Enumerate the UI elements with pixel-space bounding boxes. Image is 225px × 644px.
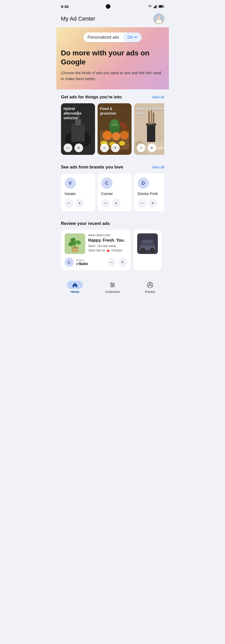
ads-for-you-section: Get ads for things you're into View all … (56, 89, 169, 159)
food-card-actions: − + (100, 143, 120, 152)
cbalm-seen-last: Seen last on: ▶ Youtube (88, 248, 127, 252)
brands-section-title: See ads from brands you love (61, 165, 123, 170)
cbalm-brand-info: C Brand c'Balm (65, 258, 88, 267)
recent-ads-title: Review your recent ads (61, 221, 164, 226)
nav-label-privacy: Privacy (145, 290, 155, 294)
ads-view-all[interactable]: View all (152, 95, 164, 99)
customize-icon-wrap (105, 281, 120, 289)
cbalm-brand-text: Brand c'Balm (76, 259, 88, 266)
corner-dislike-btn[interactable]: − (101, 199, 110, 208)
app-header: My Ad Center (56, 11, 169, 27)
doctorfork-avatar: D (138, 177, 149, 189)
doctorfork-like-btn[interactable]: + (149, 199, 157, 208)
beauty-dislike-btn[interactable]: − (137, 143, 145, 152)
personalized-ads-label: Personalized ads (83, 32, 123, 42)
svg-point-10 (157, 16, 160, 19)
cbalm-brand-actions: − + (107, 258, 127, 267)
app-title: My Ad Center (61, 15, 95, 22)
doctorfork-name: Doctor Fork (138, 191, 164, 196)
customize-icon (109, 282, 116, 288)
brands-you-love-section: See ads from brands you love View all V … (56, 159, 169, 216)
personalized-ads-status: On (127, 35, 133, 40)
ad-cards-row: Hybrid alternative vehicles − + (61, 103, 164, 159)
vorato-actions: − + (65, 199, 91, 208)
cbalm-seen-platform: Youtube (111, 249, 123, 252)
svg-rect-3 (157, 5, 157, 8)
status-bar: 9:30 (56, 0, 169, 11)
recent-ad-image-cbalm (65, 233, 85, 254)
personalized-ads-toggle[interactable]: On (123, 32, 142, 42)
doctorfork-dislike-btn[interactable]: − (138, 199, 146, 208)
hybrid-like-btn[interactable]: + (74, 143, 83, 152)
corner-avatar: C (101, 177, 112, 189)
svg-rect-0 (154, 7, 154, 8)
vorato-name: Vorato (65, 191, 91, 196)
status-icons (148, 5, 164, 8)
signal-icon (154, 5, 157, 8)
brand-card-corner: C Corner − + (98, 173, 132, 211)
svg-point-25 (120, 131, 129, 140)
svg-rect-2 (156, 5, 157, 8)
recent-ad-image-car (137, 233, 158, 254)
status-time: 9:30 (61, 4, 69, 9)
corner-name: Corner (101, 191, 128, 196)
avatar-image (153, 13, 164, 24)
cbalm-like-btn[interactable]: + (118, 258, 127, 267)
pill-container: Personalized ads On (83, 32, 142, 42)
privacy-icon (147, 282, 153, 288)
nav-label-home: Home (71, 290, 79, 294)
nav-item-privacy[interactable]: Privacy (131, 281, 169, 294)
camera-notch (106, 4, 110, 9)
cbalm-dislike-btn[interactable]: − (107, 258, 116, 267)
avatar[interactable] (153, 13, 164, 24)
cbalm-headline: Happy. Fresh. You. (88, 238, 127, 243)
cbalm-brand-initial: C (68, 260, 71, 265)
svg-point-53 (142, 249, 144, 251)
ads-for-you-title: Get ads for things you're into (61, 95, 122, 100)
vorato-dislike-btn[interactable]: − (65, 199, 73, 208)
svg-point-62 (149, 283, 151, 285)
cbalm-seen: Seen: 10x last week (88, 244, 127, 248)
beauty-card-label: Beauty personal care (137, 106, 164, 116)
brand-card-doctorfork: D Doctor Fork − + (134, 173, 164, 211)
cbalm-brand-avatar: C (65, 258, 74, 267)
cbalm-brand-row: C Brand c'Balm − + (65, 258, 127, 267)
doctorfork-actions: − + (138, 199, 164, 208)
brand-cards-row: V Vorato − + C Corner − + D Doctor Fork (61, 173, 164, 216)
recent-ads-section: Review your recent ads (56, 216, 169, 276)
svg-point-59 (111, 283, 112, 284)
corner-like-btn[interactable]: + (112, 199, 121, 208)
svg-point-55 (151, 249, 153, 251)
doctorfork-initial: D (142, 181, 145, 186)
food-dislike-btn[interactable]: − (100, 143, 109, 152)
personalized-ads-pill: Personalized ads On (61, 32, 164, 42)
recent-ad-info-cbalm: www.cbalm.com Happy. Fresh. You. Seen: 1… (88, 233, 127, 254)
hybrid-dislike-btn[interactable]: − (64, 143, 72, 152)
svg-point-61 (111, 286, 113, 287)
svg-point-30 (120, 122, 124, 126)
hybrid-card-actions: − + (64, 143, 83, 152)
corner-actions: − + (101, 199, 128, 208)
beauty-like-btn[interactable]: + (148, 143, 156, 152)
hero-subtext: Choose the kinds of ads you want to see … (61, 70, 164, 82)
cbalm-url: www.cbalm.com (88, 233, 127, 237)
svg-rect-13 (71, 124, 85, 142)
home-icon (72, 282, 78, 288)
vorato-avatar: V (65, 177, 76, 189)
nav-item-home[interactable]: Home (56, 281, 94, 294)
beauty-card-actions: − + (137, 143, 156, 152)
nav-item-customize[interactable]: Customize (94, 281, 131, 294)
recent-ad-card-cbalm: www.cbalm.com Happy. Fresh. You. Seen: 1… (61, 230, 131, 270)
vorato-like-btn[interactable]: + (75, 199, 84, 208)
svg-rect-38 (155, 142, 164, 147)
food-card-label: Food & groceries (100, 106, 129, 116)
bottom-nav: Home Customize Privacy (56, 278, 169, 298)
food-like-btn[interactable]: + (111, 143, 120, 152)
brands-view-all[interactable]: View all (152, 165, 164, 169)
plant-image (65, 233, 85, 254)
hybrid-card-label: Hybrid alternative vehicles (64, 106, 92, 121)
svg-rect-1 (155, 6, 155, 8)
svg-point-24 (112, 132, 120, 140)
cbalm-seen-last-label: Seen last on: (88, 249, 106, 252)
nav-label-customize: Customize (105, 290, 120, 294)
